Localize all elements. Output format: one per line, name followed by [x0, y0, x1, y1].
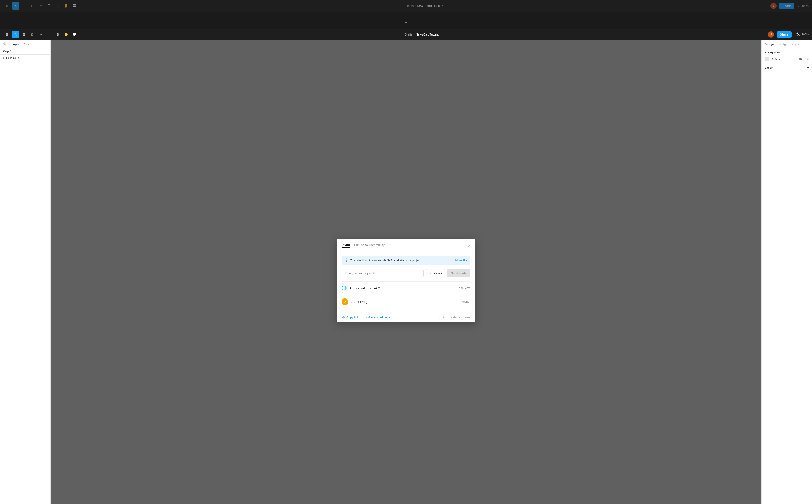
- user-avatar: J: [342, 298, 348, 305]
- page-selector[interactable]: Page 1 ▾: [0, 48, 50, 55]
- breadcrumb: Drafts / NewsCardTutorial ▾: [406, 4, 443, 8]
- tool-pen[interactable]: ✏: [37, 2, 45, 10]
- tab-publish[interactable]: Publish to Community: [354, 243, 385, 248]
- tool-shape[interactable]: □: [29, 2, 36, 10]
- list-item-hello-card[interactable]: ≡ Hello Card: [0, 55, 50, 61]
- tool-comment[interactable]: 💬: [71, 2, 78, 10]
- page-label: Page 1: [3, 50, 12, 53]
- modal-overlay: Invite Publish to Community × ⓘ To add e…: [50, 40, 762, 504]
- copy-link-button[interactable]: 🔗 Copy link: [342, 316, 359, 319]
- breadcrumb-file-2: NewsCardTutorial: [416, 33, 439, 36]
- chevron-down-icon-2[interactable]: ▾: [441, 33, 442, 36]
- chevron-down-icon-anyone: ▾: [378, 286, 380, 290]
- tool-hand[interactable]: ✋: [62, 2, 70, 10]
- email-input[interactable]: [342, 269, 424, 277]
- layer-icon: ≡: [3, 57, 4, 60]
- tool-shape-2[interactable]: □: [29, 31, 36, 38]
- zoom-level-2: 100%: [802, 33, 809, 36]
- chevron-down-icon-perm: ▾: [441, 272, 442, 275]
- tab-inspect[interactable]: Inspect: [791, 42, 800, 46]
- info-text: To add editors, first move this file fro…: [350, 259, 421, 262]
- tool-main-menu[interactable]: ⊞: [3, 2, 11, 10]
- share-button-2[interactable]: Share: [777, 31, 792, 38]
- globe-icon: 🌐: [342, 285, 347, 290]
- tool-components-2[interactable]: ⊕: [54, 31, 61, 38]
- toolbar-ghost: ⊞ ↖ ⊞ □ ✏ T ⊕ ✋ 💬 Drafts / NewsCardTutor…: [0, 0, 812, 12]
- background-row: E5E5E5 100% 👁: [762, 56, 812, 62]
- tool-hand-2[interactable]: ✋: [62, 31, 70, 38]
- anyone-link-row: 🌐 Anyone with the link ▾ can view: [342, 283, 470, 293]
- tab-invite[interactable]: Invite: [342, 243, 350, 248]
- frame-link-checkbox[interactable]: [437, 316, 440, 319]
- bg-hex-value[interactable]: E5E5E5: [771, 58, 780, 61]
- anyone-label[interactable]: Anyone with the link ▾: [349, 286, 380, 290]
- breadcrumb-file: NewsCardTutorial: [417, 4, 441, 8]
- right-panel: Design Prototype Inspect Background E5E5…: [762, 40, 812, 504]
- tab-design[interactable]: Design: [765, 42, 774, 46]
- link-icon: 🔗: [342, 316, 345, 319]
- tool-frame[interactable]: ⊞: [20, 2, 28, 10]
- tool-main-menu-2[interactable]: ⊞: [3, 31, 11, 38]
- anyone-permission: can view: [459, 286, 470, 290]
- main-layout: 🔍 Layers Assets Page 1 ▾ ≡ Hello Card In…: [0, 40, 812, 504]
- bg-opacity-value: 100%: [796, 58, 803, 61]
- embed-code-button[interactable]: </> Get embed code: [363, 316, 390, 319]
- canvas-area: Invite Publish to Community × ⓘ To add e…: [50, 40, 762, 504]
- tool-text-2[interactable]: T: [45, 31, 53, 38]
- embed-code-label: Get embed code: [368, 316, 390, 319]
- invite-row: can view ▾ Send invite: [342, 269, 470, 277]
- close-button[interactable]: ×: [468, 243, 470, 248]
- frame-link-label: Link to selected frame: [442, 316, 470, 319]
- code-icon: </>: [363, 316, 367, 319]
- tool-text[interactable]: T: [45, 2, 53, 10]
- breadcrumb-sep: /: [415, 4, 416, 8]
- visibility-icon[interactable]: 👁: [806, 58, 809, 61]
- permission-dropdown[interactable]: can view ▾: [426, 269, 445, 277]
- tool-comment-2[interactable]: 💬: [71, 31, 78, 38]
- info-icon: ⓘ: [345, 258, 348, 263]
- divider-1: [342, 281, 470, 282]
- avatar-2: J: [768, 31, 774, 38]
- breadcrumb-drafts-2: Drafts: [405, 33, 412, 36]
- breadcrumb-sep-2: /: [414, 33, 414, 36]
- toolbar-main: ⊞ ↖ ⊞ □ ✏ T ⊕ ✋ 💬 Drafts / NewsCardTutor…: [0, 29, 812, 40]
- arrow-down-icon: ↓: [404, 16, 408, 25]
- info-banner: ⓘ To add editors, first move this file f…: [342, 256, 470, 265]
- right-panel-header: Design Prototype Inspect: [762, 40, 812, 48]
- breadcrumb-drafts: Drafts: [406, 4, 414, 8]
- play-button-2[interactable]: ▷: [797, 32, 799, 36]
- tool-components[interactable]: ⊕: [54, 2, 61, 10]
- user-row: J J Doe (You) owner: [342, 295, 470, 308]
- modal-tabs: Invite Publish to Community: [342, 243, 385, 248]
- tab-layers[interactable]: Layers: [12, 42, 20, 46]
- tab-assets[interactable]: Assets: [24, 42, 32, 46]
- permission-label: can view: [429, 272, 440, 275]
- chevron-down-icon[interactable]: ▾: [442, 5, 443, 7]
- frame-link-group: Link to selected frame: [437, 316, 470, 319]
- tool-select[interactable]: ↖: [12, 2, 19, 10]
- export-row: Export +: [762, 62, 812, 71]
- share-button[interactable]: Share: [779, 3, 794, 9]
- user-role: owner: [462, 300, 470, 303]
- add-export-button[interactable]: +: [807, 65, 809, 70]
- bg-color-swatch[interactable]: [765, 57, 769, 61]
- send-invite-button[interactable]: Send invite: [447, 269, 470, 277]
- breadcrumb-2: Drafts / NewsCardTutorial ▾: [405, 33, 442, 36]
- section-background: Background: [762, 48, 812, 56]
- search-button[interactable]: 🔍: [3, 42, 7, 46]
- share-modal: Invite Publish to Community × ⓘ To add e…: [337, 239, 475, 322]
- left-panel-header: 🔍 Layers Assets: [0, 40, 50, 48]
- avatar: J: [770, 3, 777, 9]
- modal-header: Invite Publish to Community ×: [337, 239, 475, 251]
- copy-link-label: Copy link: [346, 316, 359, 319]
- modal-body: ⓘ To add editors, first move this file f…: [337, 251, 475, 312]
- transition-arrow: ↓: [0, 12, 812, 29]
- chevron-down-icon-page: ▾: [12, 50, 13, 52]
- tool-select-2[interactable]: ↖: [12, 31, 19, 38]
- tool-frame-2[interactable]: ⊞: [20, 31, 28, 38]
- tab-prototype[interactable]: Prototype: [777, 42, 788, 46]
- move-file-link[interactable]: Move file: [455, 259, 467, 262]
- tool-pen-2[interactable]: ✏: [37, 31, 45, 38]
- left-panel: 🔍 Layers Assets Page 1 ▾ ≡ Hello Card: [0, 40, 50, 504]
- play-button[interactable]: ▷: [797, 4, 799, 8]
